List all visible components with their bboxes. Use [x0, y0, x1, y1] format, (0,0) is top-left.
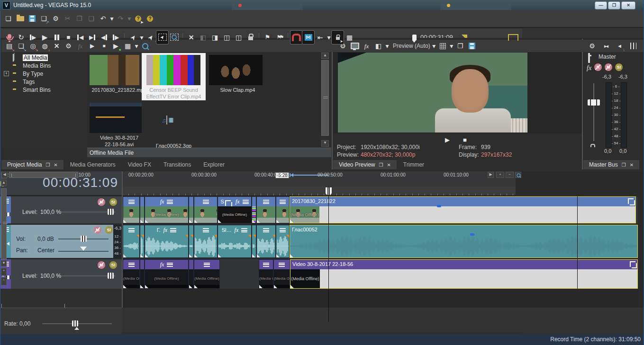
tab-trimmer[interactable]: Trimmer — [398, 160, 430, 169]
go-to-end-icon[interactable]: ▶ — [86, 31, 98, 44]
timeline-clip[interactable] — [256, 196, 276, 223]
track-3-level-thumb[interactable] — [108, 273, 114, 279]
slip-trim-icon[interactable]: ◫ — [221, 31, 233, 44]
track-1-header[interactable]: 1 M S! Level: 100,0 % — [0, 196, 122, 223]
downmix-output-icon[interactable]: ◄↓ — [614, 39, 626, 53]
timeline-clip[interactable] — [123, 225, 140, 258]
scroll-down-button[interactable]: ▼ — [321, 140, 329, 147]
ripple-dropdown[interactable]: ▾ — [326, 31, 332, 44]
clip-menu-icon[interactable] — [128, 263, 135, 267]
next-frame-icon[interactable]: ▶ — [110, 31, 122, 44]
scroll-up-button[interactable]: ▲ — [1, 180, 7, 186]
clip-menu-icon[interactable] — [203, 200, 209, 204]
copy-snapshot-icon[interactable]: ❐ — [454, 39, 466, 53]
track-3-level-slider[interactable] — [61, 275, 115, 276]
trim-start-icon[interactable]: ◧ — [197, 31, 209, 44]
timeline-clip[interactable] — [276, 196, 290, 223]
scroll-left-button[interactable]: ◀ — [1, 172, 8, 178]
paste-icon[interactable]: ❑ — [85, 12, 97, 25]
master-fx-button[interactable]: fx — [587, 63, 591, 72]
panel-splitter[interactable] — [332, 39, 333, 169]
timeline-clip[interactable] — [252, 196, 256, 223]
split-trim-icon[interactable]: ◫ — [233, 31, 245, 44]
timeline-clip[interactable]: Глас00052 — [290, 225, 638, 258]
track-2-header[interactable]: 2 M S! Vol: 0,0 dB Pan: Center -6,3 12 -… — [0, 225, 122, 258]
scroll-thumb[interactable] — [1, 188, 7, 259]
lock-event-icon[interactable] — [245, 31, 256, 44]
clip-menu-icon[interactable] — [279, 263, 285, 267]
project-properties-icon[interactable]: ⚙ — [50, 12, 62, 25]
track-2-vol-thumb[interactable] — [81, 236, 87, 242]
clip-fx-icon[interactable]: fx — [160, 262, 164, 267]
panel-splitter[interactable] — [582, 39, 583, 169]
clip-fx-icon[interactable]: fx — [160, 199, 164, 204]
timeline-clip[interactable]: (Media Offline) — [259, 259, 273, 289]
sidebar-item-media-bins[interactable]: Media Bins — [0, 62, 87, 70]
media-files-scrollbar[interactable]: ▲▼ — [321, 52, 329, 148]
timeline-clip[interactable] — [252, 225, 256, 258]
zoom-out-vertical-button[interactable]: − — [1, 277, 7, 285]
insert-marker-icon[interactable]: ⚑ — [262, 31, 273, 44]
redo-dropdown[interactable]: ▾ — [127, 12, 132, 25]
play-icon[interactable]: ▶ — [445, 137, 450, 143]
whats-this-help-icon[interactable]: ? — [144, 12, 156, 25]
timeline-clip[interactable]: (Media Offline) — [273, 259, 290, 289]
auto-ripple-icon[interactable]: ⋈ — [302, 31, 314, 44]
track-2-mute-button[interactable]: M — [94, 226, 101, 234]
zoom-edit-tool-icon[interactable] — [168, 31, 180, 44]
restore-button[interactable]: ❐ — [608, 1, 620, 9]
copy-icon[interactable]: ❐ — [73, 12, 85, 25]
close-panel-icon[interactable]: ✕ — [387, 162, 390, 168]
selection-edit-tool-icon[interactable]: ➤ — [156, 31, 168, 44]
clip-menu-icon[interactable] — [280, 200, 286, 204]
previous-frame-icon[interactable]: ◀ — [98, 31, 110, 44]
track-1-mute-button[interactable]: M — [98, 198, 105, 206]
clip-pan-crop-icon[interactable] — [630, 261, 635, 267]
track-3-solo-button[interactable]: S! — [109, 261, 117, 269]
clip-pan-crop-icon[interactable] — [628, 198, 634, 204]
timeline-clip[interactable] — [256, 225, 276, 258]
tab-explorer[interactable]: Explorer — [198, 160, 230, 169]
timeline-clip[interactable]: fx(Media Offline) — [145, 259, 189, 289]
new-project-icon[interactable]: ❏ — [2, 12, 14, 25]
clip-menu-icon[interactable] — [204, 263, 210, 267]
envelope-point[interactable] — [437, 205, 441, 207]
redo-icon[interactable]: ↷ — [115, 12, 127, 25]
track-2-vol-slider[interactable] — [58, 239, 109, 239]
track-3-mute-button[interactable]: M — [98, 261, 105, 269]
trim-end-icon[interactable]: ◨ — [209, 31, 221, 44]
track-1-solo-button[interactable]: S! — [109, 198, 117, 206]
edit-tool-dropdown[interactable]: ▾ — [139, 31, 145, 44]
media-file[interactable]: Глас00052.3gp — [142, 101, 206, 148]
timeline-clip[interactable] — [194, 225, 218, 258]
enable-snapping-icon[interactable] — [290, 31, 302, 44]
tree-expander-icon[interactable]: + — [4, 71, 9, 76]
timeline-clip[interactable]: Sfx(Media Offline) — [218, 196, 252, 223]
scroll-down-button[interactable]: ▼ — [1, 260, 7, 266]
timeline-clip[interactable]: (Media Offline) — [194, 259, 220, 289]
clip-crop-icon[interactable] — [225, 200, 231, 206]
zoom-out-button[interactable]: − — [506, 172, 514, 178]
sidebar-item-all-media[interactable]: All Media — [0, 53, 87, 62]
close-panel-icon[interactable]: ✕ — [630, 162, 634, 168]
master-record-button[interactable]: R — [594, 63, 602, 72]
media-file[interactable]: Slow Clap.mp4 — [206, 53, 270, 100]
clip-menu-icon[interactable] — [167, 200, 173, 204]
clip-fx-icon[interactable]: fx — [163, 227, 168, 233]
loop-region-icon[interactable] — [508, 34, 518, 41]
clip-menu-icon[interactable] — [128, 228, 135, 232]
timeline-clip[interactable]: (Media Offline) — [123, 259, 140, 289]
media-file[interactable]: Censor BEEP SoundEffectTV Error Clip.mp4 — [142, 53, 206, 100]
grid-overlay-icon[interactable] — [437, 39, 449, 53]
minimize-button[interactable]: — — [595, 1, 607, 9]
mixer-console-icon[interactable] — [627, 39, 639, 53]
play-from-start-icon[interactable]: ▶ — [27, 31, 39, 44]
go-to-start-icon[interactable]: ◀ — [74, 31, 86, 44]
clip-menu-icon[interactable] — [263, 228, 269, 232]
clip-menu-icon[interactable] — [241, 228, 247, 232]
split-screen-dropdown[interactable]: ▾ — [384, 39, 390, 53]
mixer-properties-icon[interactable]: ⚙ — [586, 39, 598, 53]
track-2-pan-thumb[interactable] — [80, 247, 87, 251]
timeline-clip[interactable] — [189, 259, 194, 289]
scroll-thumb[interactable] — [321, 60, 329, 136]
